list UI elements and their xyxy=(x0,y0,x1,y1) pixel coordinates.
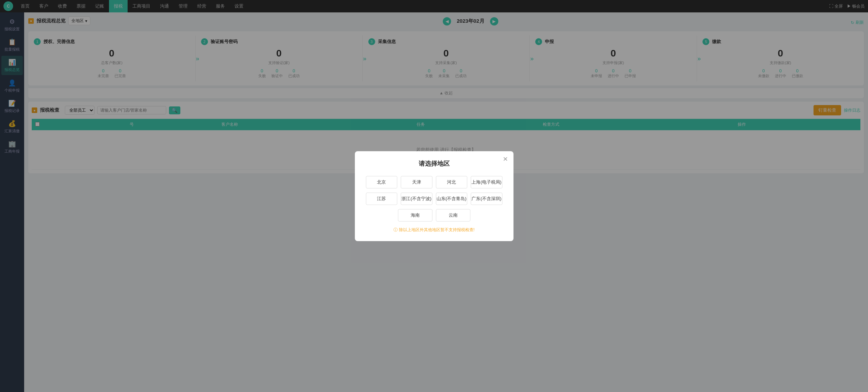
region-row-2: 江苏 浙江(不含宁波) 山东(不含青岛) 广东(不含深圳) xyxy=(366,193,502,205)
modal-warning: ⓘ 除以上地区外其他地区暂不支持报税检查! xyxy=(366,227,502,233)
region-btn-hebei[interactable]: 河北 xyxy=(436,176,468,188)
region-btn-shandong[interactable]: 山东(不含青岛) xyxy=(436,193,468,205)
region-btn-shanghai[interactable]: 上海(电子税局) xyxy=(471,176,502,188)
region-select-modal: ✕ 请选择地区 北京 天津 河北 上海(电子税局) 江苏 浙江(不含宁波) 山东… xyxy=(355,151,513,241)
region-btn-zhejiang[interactable]: 浙江(不含宁波) xyxy=(401,193,432,205)
modal-close-button[interactable]: ✕ xyxy=(503,155,508,163)
region-btn-tianjin[interactable]: 天津 xyxy=(401,176,432,188)
warning-icon: ⓘ xyxy=(393,227,398,233)
modal-overlay[interactable]: ✕ 请选择地区 北京 天津 河北 上海(电子税局) 江苏 浙江(不含宁波) 山东… xyxy=(0,0,868,392)
warning-text: 除以上地区外其他地区暂不支持报税检查! xyxy=(399,227,475,233)
region-btn-yunnan[interactable]: 云南 xyxy=(436,209,470,221)
region-btn-beijing[interactable]: 北京 xyxy=(366,176,398,188)
region-btn-jiangsu[interactable]: 江苏 xyxy=(366,193,398,205)
region-row-3: 海南 云南 xyxy=(366,209,502,221)
region-row-1: 北京 天津 河北 上海(电子税局) xyxy=(366,176,502,188)
region-btn-hainan[interactable]: 海南 xyxy=(398,209,432,221)
region-btn-guangdong[interactable]: 广东(不含深圳) xyxy=(471,193,502,205)
modal-title: 请选择地区 xyxy=(366,159,502,168)
